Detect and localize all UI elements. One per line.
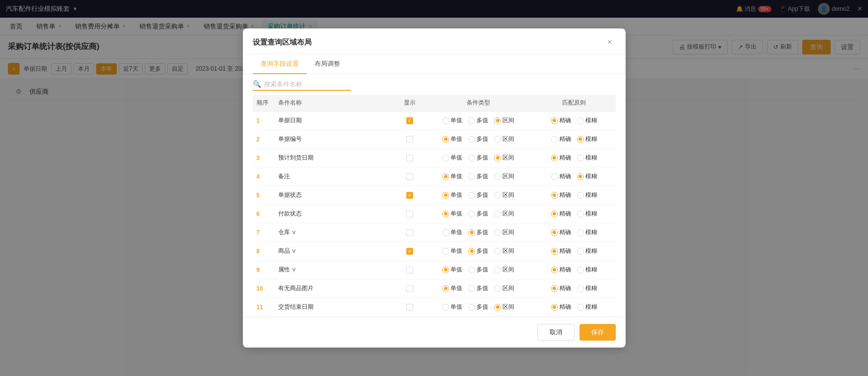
match-radio-option[interactable]: 精确 [551, 210, 571, 218]
display-checkbox[interactable] [406, 173, 413, 180]
match-radio[interactable] [577, 155, 584, 161]
type-radio[interactable] [468, 304, 475, 311]
match-radio[interactable] [577, 192, 584, 199]
type-radio[interactable] [468, 173, 475, 180]
type-radio-option[interactable]: 多值 [468, 135, 488, 143]
match-radio-option[interactable]: 模糊 [577, 266, 597, 274]
match-radio[interactable] [551, 155, 558, 161]
type-radio-option[interactable]: 多值 [468, 191, 488, 199]
type-radio[interactable] [442, 229, 449, 236]
type-radio[interactable] [442, 285, 449, 292]
type-radio-option[interactable]: 单值 [442, 266, 462, 274]
type-radio[interactable] [494, 192, 501, 199]
type-radio-option[interactable]: 单值 [442, 284, 462, 293]
type-radio[interactable] [494, 173, 501, 180]
type-radio-option[interactable]: 区间 [494, 266, 514, 274]
display-checkbox[interactable] [406, 304, 413, 311]
type-radio[interactable] [468, 192, 475, 199]
condition-search-input[interactable] [264, 81, 351, 88]
match-radio-option[interactable]: 精确 [551, 116, 571, 125]
match-radio[interactable] [551, 117, 558, 124]
match-radio-option[interactable]: 模糊 [577, 191, 597, 199]
type-radio[interactable] [442, 136, 449, 143]
match-radio-option[interactable]: 模糊 [577, 303, 597, 311]
match-radio-option[interactable]: 模糊 [577, 284, 597, 293]
display-checkbox[interactable] [406, 192, 413, 199]
match-radio[interactable] [577, 304, 584, 311]
type-radio[interactable] [494, 248, 501, 255]
type-radio-option[interactable]: 单值 [442, 228, 462, 237]
display-checkbox[interactable] [406, 267, 413, 273]
type-radio[interactable] [468, 285, 475, 292]
type-radio-option[interactable]: 多值 [468, 284, 488, 293]
match-radio-option[interactable]: 模糊 [577, 135, 597, 143]
match-radio-option[interactable]: 模糊 [577, 154, 597, 162]
match-radio-option[interactable]: 模糊 [577, 228, 597, 237]
match-radio[interactable] [577, 267, 584, 273]
match-radio[interactable] [577, 211, 584, 217]
match-radio[interactable] [551, 173, 558, 180]
type-radio[interactable] [494, 304, 501, 311]
type-radio-option[interactable]: 多值 [468, 247, 488, 255]
match-radio-option[interactable]: 模糊 [577, 210, 597, 218]
dialog-tab-query[interactable]: 查询字段设置 [253, 54, 307, 74]
type-radio-option[interactable]: 单值 [442, 303, 462, 311]
type-radio-option[interactable]: 多值 [468, 154, 488, 162]
match-radio-option[interactable]: 精确 [551, 135, 571, 143]
match-radio[interactable] [577, 136, 584, 143]
type-radio[interactable] [468, 229, 475, 236]
type-radio-option[interactable]: 区间 [494, 210, 514, 218]
type-radio[interactable] [468, 267, 475, 273]
match-radio[interactable] [577, 285, 584, 292]
type-radio[interactable] [442, 155, 449, 161]
type-radio[interactable] [442, 117, 449, 124]
type-radio-option[interactable]: 多值 [468, 210, 488, 218]
match-radio[interactable] [551, 136, 558, 143]
type-radio[interactable] [494, 229, 501, 236]
match-radio[interactable] [577, 229, 584, 236]
type-radio-option[interactable]: 多值 [468, 303, 488, 311]
type-radio[interactable] [468, 117, 475, 124]
match-radio-option[interactable]: 精确 [551, 266, 571, 274]
type-radio-option[interactable]: 区间 [494, 191, 514, 199]
type-radio[interactable] [468, 211, 475, 217]
match-radio-option[interactable]: 精确 [551, 284, 571, 293]
display-checkbox[interactable] [406, 229, 413, 236]
type-radio-option[interactable]: 单值 [442, 210, 462, 218]
match-radio-option[interactable]: 模糊 [577, 247, 597, 255]
type-radio-option[interactable]: 单值 [442, 116, 462, 125]
type-radio[interactable] [494, 136, 501, 143]
type-radio[interactable] [468, 155, 475, 161]
type-radio[interactable] [442, 192, 449, 199]
display-checkbox[interactable] [406, 136, 413, 143]
match-radio[interactable] [551, 192, 558, 199]
match-radio-option[interactable]: 精确 [551, 228, 571, 237]
cancel-button[interactable]: 取消 [537, 324, 575, 341]
type-radio[interactable] [442, 173, 449, 180]
type-radio[interactable] [494, 267, 501, 273]
type-radio-option[interactable]: 单值 [442, 154, 462, 162]
match-radio[interactable] [577, 173, 584, 180]
type-radio-option[interactable]: 多值 [468, 172, 488, 181]
match-radio-option[interactable]: 模糊 [577, 116, 597, 125]
type-radio[interactable] [442, 267, 449, 273]
type-radio-option[interactable]: 区间 [494, 135, 514, 143]
type-radio[interactable] [494, 211, 501, 217]
type-radio-option[interactable]: 区间 [494, 116, 514, 125]
type-radio[interactable] [442, 248, 449, 255]
type-radio[interactable] [442, 211, 449, 217]
type-radio-option[interactable]: 区间 [494, 154, 514, 162]
display-checkbox[interactable] [406, 155, 413, 161]
type-radio-option[interactable]: 区间 [494, 284, 514, 293]
type-radio-option[interactable]: 单值 [442, 191, 462, 199]
type-radio-option[interactable]: 区间 [494, 247, 514, 255]
match-radio-option[interactable]: 精确 [551, 303, 571, 311]
type-radio[interactable] [494, 285, 501, 292]
type-radio-option[interactable]: 区间 [494, 172, 514, 181]
dialog-tab-layout[interactable]: 布局调整 [307, 54, 348, 74]
type-radio-option[interactable]: 单值 [442, 135, 462, 143]
match-radio[interactable] [551, 211, 558, 217]
type-radio[interactable] [442, 304, 449, 311]
match-radio[interactable] [551, 304, 558, 311]
match-radio[interactable] [577, 248, 584, 255]
